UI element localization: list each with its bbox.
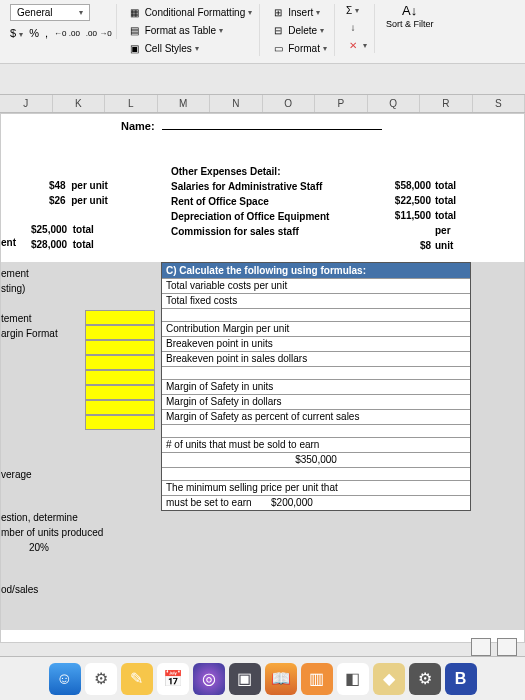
app-icon[interactable]: ◆ (373, 663, 405, 695)
styles-group: ▦Conditional Formatting ▾ ▤Format as Tab… (121, 4, 261, 56)
ibooks-icon[interactable]: 📖 (265, 663, 297, 695)
name-input-line[interactable] (162, 129, 382, 130)
number-format-group: General ▾ $ ▾ % , ←0 .00 .00 →0 (6, 4, 117, 39)
notes-icon[interactable]: ✎ (121, 663, 153, 695)
odsales-label: od/sales (1, 582, 38, 597)
section-c-table: C) Calculate the following using formula… (161, 262, 471, 511)
chevron-down-icon: ▾ (79, 8, 83, 17)
name-row: Name: (1, 114, 524, 134)
col-header[interactable]: J (0, 95, 53, 112)
right-values: $58,000total $22,500total $11,500total $… (381, 178, 469, 253)
per-unit-block: $48 per unit $26 per unit (49, 178, 108, 208)
ribbon: General ▾ $ ▾ % , ←0 .00 .00 →0 ▦Conditi… (0, 0, 525, 64)
col-header[interactable]: P (315, 95, 368, 112)
page-layout-icon[interactable] (497, 638, 517, 656)
totals-block: $25,000 total $28,000 total (31, 222, 94, 252)
percent-button[interactable]: % (29, 27, 39, 39)
col-header[interactable]: L (105, 95, 158, 112)
comma-button[interactable]: , (45, 27, 48, 39)
finder-icon[interactable]: ☺ (49, 663, 81, 695)
col-header[interactable]: K (53, 95, 106, 112)
cells-group: ⊞Insert ▾ ⊟Delete ▾ ▭Format ▾ (264, 4, 335, 56)
calendar-icon[interactable]: 📅 (157, 663, 189, 695)
siri-icon[interactable]: ◎ (193, 663, 225, 695)
pct-label: 20% (29, 540, 49, 555)
col-header[interactable]: S (473, 95, 526, 112)
verage-label: verage (1, 467, 32, 482)
yellow-cell[interactable] (85, 355, 155, 370)
col-header[interactable]: Q (368, 95, 421, 112)
table-icon: ▤ (128, 23, 142, 37)
yellow-cell[interactable] (85, 415, 155, 430)
yellow-cell[interactable] (85, 400, 155, 415)
delete-icon: ⊟ (271, 23, 285, 37)
name-label: Name: (121, 120, 155, 132)
number-format-dropdown[interactable]: General ▾ (10, 4, 90, 21)
format-icon: ▭ (271, 41, 285, 55)
fill-button[interactable]: ↓ (343, 19, 370, 35)
app-icon[interactable]: ▥ (301, 663, 333, 695)
col-header[interactable]: O (263, 95, 316, 112)
format-as-table-button[interactable]: ▤Format as Table ▾ (125, 22, 256, 38)
yellow-cell[interactable] (85, 325, 155, 340)
decrease-decimal-button[interactable]: .00 →0 (86, 29, 112, 38)
clear-icon: ✕ (346, 38, 360, 52)
conditional-formatting-button[interactable]: ▦Conditional Formatting ▾ (125, 4, 256, 20)
normal-view-icon[interactable] (471, 638, 491, 656)
currency-button[interactable]: $ ▾ (10, 27, 23, 39)
cell-styles-button[interactable]: ▣Cell Styles ▾ (125, 40, 256, 56)
worksheet[interactable]: Name: $48 per unit $26 per unit $25,000 … (0, 113, 525, 643)
sort-icon: A↓ (402, 5, 417, 16)
other-expenses-header: Other Expenses Detail: (171, 164, 329, 179)
insert-icon: ⊞ (271, 5, 285, 19)
sort-group: A↓ Sort & Filter (379, 4, 441, 31)
fill-icon: ↓ (346, 20, 360, 34)
app-icon[interactable]: ◧ (337, 663, 369, 695)
mber-label: mber of units produced (1, 525, 103, 540)
app-icon[interactable]: ⚙ (85, 663, 117, 695)
yellow-cell[interactable] (85, 385, 155, 400)
other-expenses: Other Expenses Detail: Salaries for Admi… (171, 164, 329, 239)
col-header[interactable]: N (210, 95, 263, 112)
gray-panel: ement sting) tement argin Format C) Calc… (1, 262, 524, 630)
yellow-cell[interactable] (85, 310, 155, 325)
autosum-button[interactable]: Σ ▾ (343, 4, 370, 17)
ent-label: ent (1, 237, 16, 248)
yellow-input-column (85, 310, 155, 430)
column-headers: J K L M N O P Q R S (0, 94, 525, 113)
increase-decimal-button[interactable]: ←0 .00 (54, 29, 80, 38)
view-controls (471, 638, 517, 656)
yellow-cell[interactable] (85, 340, 155, 355)
settings-icon[interactable]: ⚙ (409, 663, 441, 695)
app-icon[interactable]: ▣ (229, 663, 261, 695)
app-icon-b[interactable]: B (445, 663, 477, 695)
section-c-header: C) Calculate the following using formula… (162, 263, 470, 278)
yellow-cell[interactable] (85, 370, 155, 385)
clear-button[interactable]: ✕ ▾ (343, 37, 370, 53)
number-format-label: General (17, 7, 53, 18)
col-header[interactable]: M (158, 95, 211, 112)
insert-button[interactable]: ⊞Insert ▾ (268, 4, 330, 20)
left-labels: ement sting) tement argin Format (1, 266, 58, 341)
format-button[interactable]: ▭Format ▾ (268, 40, 330, 56)
macos-dock: ☺ ⚙ ✎ 📅 ◎ ▣ 📖 ▥ ◧ ◆ ⚙ B (0, 656, 525, 700)
delete-button[interactable]: ⊟Delete ▾ (268, 22, 330, 38)
col-header[interactable]: R (420, 95, 473, 112)
cell-styles-icon: ▣ (128, 41, 142, 55)
cond-fmt-icon: ▦ (128, 5, 142, 19)
sort-filter-button[interactable]: A↓ Sort & Filter (383, 4, 437, 31)
estion-label: estion, determine (1, 510, 78, 525)
editing-group: Σ ▾ ↓ ✕ ▾ (339, 4, 375, 53)
